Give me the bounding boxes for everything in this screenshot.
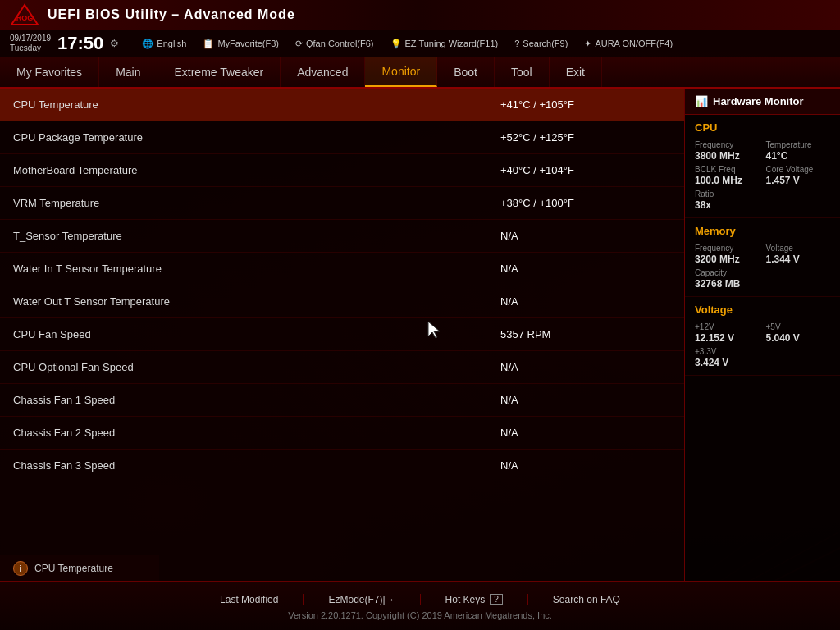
cpu-temp-label: Temperature: [766, 140, 831, 149]
memory-section-title: Memory: [695, 225, 830, 237]
cpu-bclk-label: BCLK Freq: [695, 165, 760, 174]
mem-freq-value: 3200 MHz: [695, 253, 760, 265]
nav-boot[interactable]: Boot: [437, 57, 495, 87]
main-content: CPU Temperature+41°C / +105°FCPU Package…: [0, 89, 840, 581]
mem-volt-value: 1.344 V: [766, 253, 831, 265]
v33-label: +3.3V: [695, 347, 830, 356]
mem-cap-label: Capacity: [695, 268, 830, 277]
sensor-name: T_Sensor Temperature: [0, 230, 487, 242]
nav-advanced[interactable]: Advanced: [281, 57, 365, 87]
nav-menu: My Favorites Main Extreme Tweaker Advanc…: [0, 57, 840, 89]
status-search-faq[interactable]: Search on FAQ: [553, 594, 620, 605]
sensor-row[interactable]: Chassis Fan 3 SpeedN/A: [0, 450, 684, 482]
tooltip-text: CPU Temperature: [34, 563, 113, 574]
toolbar-language[interactable]: 🌐 English: [135, 37, 193, 51]
sensor-name: CPU Package Temperature: [0, 131, 487, 144]
status-last-modified[interactable]: Last Modified: [220, 594, 278, 605]
sensor-row[interactable]: CPU Optional Fan SpeedN/A: [0, 351, 684, 384]
sensor-row[interactable]: CPU Fan Speed5357 RPM: [0, 318, 684, 351]
cpu-ratio-label: Ratio: [695, 189, 830, 199]
sensor-panel: CPU Temperature+41°C / +105°FCPU Package…: [0, 89, 684, 581]
nav-main[interactable]: Main: [99, 57, 158, 87]
voltage-section: Voltage +12V 12.152 V +5V 5.040 V +3.3V …: [685, 297, 840, 376]
tooltip-bar: i CPU Temperature: [0, 555, 159, 581]
sensor-row[interactable]: Chassis Fan 2 SpeedN/A: [0, 417, 684, 450]
sensor-name: CPU Temperature: [0, 98, 487, 111]
voltage-section-title: Voltage: [695, 304, 830, 316]
sensor-value: +41°C / +105°F: [487, 98, 684, 111]
monitor-icon: 📊: [695, 95, 708, 107]
sensor-name: CPU Fan Speed: [0, 328, 487, 340]
time-settings-icon[interactable]: ⚙: [110, 38, 119, 49]
date-display: 09/17/2019 Tuesday: [10, 34, 51, 53]
cpu-corevolt-label: Core Voltage: [766, 165, 831, 174]
cpu-corevolt-value: 1.457 V: [766, 175, 831, 186]
sensor-row[interactable]: CPU Package Temperature+52°C / +125°F: [0, 121, 684, 154]
status-ez-mode[interactable]: EzMode(F7)|→: [328, 594, 395, 605]
time-display: 17:50: [57, 33, 103, 54]
sensor-name: VRM Temperature: [0, 197, 487, 209]
sensor-row[interactable]: Water In T Sensor TemperatureN/A: [0, 253, 684, 285]
cpu-section-title: CPU: [695, 121, 830, 134]
hot-keys-box: ?: [490, 594, 503, 605]
sensor-value: +38°C / +100°F: [487, 197, 684, 209]
sensor-value: +40°C / +104°F: [487, 164, 684, 176]
sensor-value: N/A: [487, 295, 684, 308]
v5-label: +5V: [766, 322, 831, 331]
toolbar: 09/17/2019 Tuesday 17:50 ⚙ 🌐 English 📋 M…: [0, 30, 840, 57]
cpu-freq-value: 3800 MHz: [695, 150, 760, 162]
nav-tool[interactable]: Tool: [495, 57, 550, 87]
sensor-row[interactable]: VRM Temperature+38°C / +100°F: [0, 187, 684, 220]
toolbar-search[interactable]: ? Search(F9): [508, 37, 574, 50]
toolbar-aura[interactable]: ✦ AURA ON/OFF(F4): [578, 37, 679, 51]
toolbar-myfavorite[interactable]: 📋 MyFavorite(F3): [196, 37, 285, 51]
nav-exit[interactable]: Exit: [550, 57, 602, 87]
sensor-name: Chassis Fan 3 Speed: [0, 459, 487, 472]
sensor-name: Water In T Sensor Temperature: [0, 262, 487, 275]
language-icon: 🌐: [142, 39, 153, 49]
sensor-value: N/A: [487, 262, 684, 275]
cpu-section: CPU Frequency 3800 MHz Temperature 41°C …: [685, 115, 840, 218]
mem-volt-label: Voltage: [766, 244, 831, 253]
aura-icon: ✦: [584, 39, 591, 49]
sensor-row[interactable]: CPU Temperature+41°C / +105°F: [0, 89, 684, 121]
sensor-value: 5357 RPM: [487, 328, 684, 340]
v33-value: 3.424 V: [695, 357, 830, 368]
sensor-value: N/A: [487, 427, 684, 439]
status-hot-keys[interactable]: Hot Keys ?: [445, 594, 503, 605]
sensor-name: CPU Optional Fan Speed: [0, 361, 487, 373]
qfan-icon: ⟳: [295, 39, 303, 49]
sensor-value: N/A: [487, 394, 684, 406]
search-toolbar-icon: ?: [514, 39, 519, 48]
sensor-name: Chassis Fan 2 Speed: [0, 427, 487, 439]
sensor-row[interactable]: Water Out T Sensor TemperatureN/A: [0, 285, 684, 318]
toolbar-eztuning[interactable]: 💡 EZ Tuning Wizard(F11): [384, 37, 505, 51]
mem-freq-label: Frequency: [695, 244, 760, 253]
hw-monitor-title: 📊 Hardware Monitor: [685, 89, 840, 115]
sensor-value: N/A: [487, 459, 684, 472]
cpu-temp-value: 41°C: [766, 150, 831, 162]
memory-section: Memory Frequency 3200 MHz Voltage 1.344 …: [685, 218, 840, 297]
v12-label: +12V: [695, 322, 760, 331]
cpu-ratio-value: 38x: [695, 199, 830, 211]
svg-text:ROG: ROG: [16, 14, 34, 22]
title-bar: ROG UEFI BIOS Utility – Advanced Mode: [0, 0, 840, 30]
nav-my-favorites[interactable]: My Favorites: [0, 57, 99, 87]
eztuning-icon: 💡: [390, 39, 402, 49]
status-bar: Last Modified EzMode(F7)|→ Hot Keys ? Se…: [0, 581, 840, 630]
app-title: UEFI BIOS Utility – Advanced Mode: [48, 7, 295, 22]
copyright-text: Version 2.20.1271. Copyright (C) 2019 Am…: [288, 610, 552, 620]
sensor-row[interactable]: Chassis Fan 1 SpeedN/A: [0, 384, 684, 417]
sensor-row[interactable]: T_Sensor TemperatureN/A: [0, 220, 684, 253]
sensor-row[interactable]: MotherBoard Temperature+40°C / +104°F: [0, 154, 684, 187]
myfavorite-icon: 📋: [203, 39, 214, 49]
sensor-name: Water Out T Sensor Temperature: [0, 295, 487, 308]
cpu-bclk-value: 100.0 MHz: [695, 175, 760, 186]
hw-monitor-panel: 📊 Hardware Monitor CPU Frequency 3800 MH…: [684, 89, 840, 581]
sensor-value: N/A: [487, 361, 684, 373]
mem-cap-value: 32768 MB: [695, 278, 830, 290]
sensor-value: N/A: [487, 230, 684, 242]
toolbar-qfan[interactable]: ⟳ Qfan Control(F6): [289, 37, 381, 51]
nav-monitor[interactable]: Monitor: [365, 57, 437, 87]
nav-extreme-tweaker[interactable]: Extreme Tweaker: [158, 57, 281, 87]
